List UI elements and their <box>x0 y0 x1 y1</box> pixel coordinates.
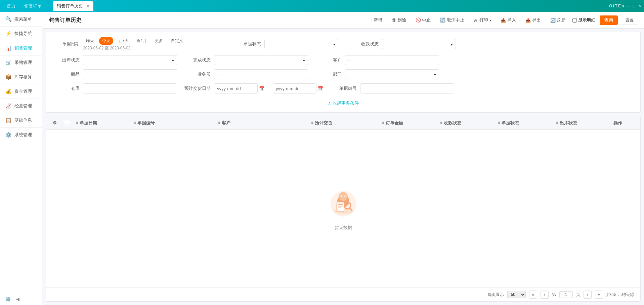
sidebar-item-inventory[interactable]: 📦 库存核算 <box>0 70 42 84</box>
date-btn-custom[interactable]: 自定义 <box>168 37 186 45</box>
date-btn-1month[interactable]: 近1月 <box>134 37 150 45</box>
base-info-icon: 📋 <box>5 117 12 123</box>
calendar-icon-start[interactable]: 📅 <box>259 86 264 91</box>
sidebar-item-operations-label: 经营管理 <box>14 103 32 109</box>
svg-point-7 <box>345 196 345 196</box>
th-checkbox[interactable] <box>61 121 73 125</box>
query-button[interactable]: 查询 <box>600 15 618 25</box>
collection-status-chevron <box>450 42 453 47</box>
sort-date-icon[interactable]: ⇅ <box>76 121 78 125</box>
delivery-date-end[interactable] <box>273 83 316 93</box>
toolbar-print-btn[interactable]: 🖨 打印 ▾ <box>471 16 494 25</box>
goods-select[interactable]: ··· <box>83 69 177 79</box>
th-settings[interactable]: ⚙ <box>49 120 61 125</box>
department-select[interactable] <box>345 69 439 79</box>
sidebar-collapse-icon[interactable]: ◀ <box>16 297 19 302</box>
sort-amount-icon[interactable]: ⇅ <box>382 121 384 125</box>
page-title: 销售订单历史 <box>49 17 367 24</box>
tab-home[interactable]: 首页 <box>3 1 19 11</box>
window-close[interactable]: ✕ <box>638 4 641 8</box>
toolbar-stop-btn[interactable]: 🚫 中止 <box>413 16 434 25</box>
sidebar-item-quick-nav[interactable]: ⚡ 快捷导航 <box>0 27 42 41</box>
sort-order-status-icon[interactable]: ⇅ <box>498 121 500 125</box>
tab-sales-order-close[interactable]: ✕ <box>45 4 48 8</box>
collapse-bar[interactable]: ∧ 收起更多条件 <box>53 98 634 108</box>
display-detail-label: 显示明细 <box>578 17 596 23</box>
out-status-select[interactable] <box>83 55 177 65</box>
display-detail-toggle[interactable]: 显示明细 <box>572 17 596 23</box>
sort-out-status-icon[interactable]: ⇅ <box>556 121 558 125</box>
delivery-date-start[interactable] <box>214 83 258 93</box>
sidebar-bottom: ⚙️ ◀ <box>0 293 42 305</box>
first-page-btn[interactable]: « <box>529 291 537 299</box>
toolbar-cancel-stop-btn[interactable]: 🔄 取消中止 <box>437 16 467 25</box>
sidebar: 🔍 搜索菜单 ⚡ 快捷导航 📊 销售管理 🛒 采购管理 📦 库存核算 💰 资金管… <box>0 12 42 305</box>
tab-sales-order-history[interactable]: 销售订单历史 ✕ <box>53 1 93 11</box>
sidebar-item-system-label: 系统管理 <box>14 132 32 138</box>
last-page-btn[interactable]: » <box>595 291 603 299</box>
tab-sales-order-history-close[interactable]: ✕ <box>86 4 89 8</box>
date-btn-more[interactable]: 更多 <box>152 37 166 45</box>
purchase-icon: 🛒 <box>5 60 12 66</box>
order-no-input[interactable] <box>360 83 454 93</box>
toolbar-refresh-btn[interactable]: 🔄 刷新 <box>548 16 568 25</box>
toolbar-import-btn[interactable]: 📥 导入 <box>498 16 519 25</box>
settings-button[interactable]: 设置 <box>622 16 637 25</box>
sidebar-item-search[interactable]: 🔍 搜索菜单 <box>0 12 42 27</box>
sort-order-icon[interactable]: ⇅ <box>133 121 136 125</box>
customer-select[interactable]: ··· <box>345 55 439 65</box>
date-btn-7days[interactable]: 近7天 <box>115 37 132 45</box>
toolbar-import-label: 导入 <box>507 17 516 23</box>
date-btn-yesterday[interactable]: 昨天 <box>83 37 97 45</box>
date-btn-today[interactable]: 今天 <box>99 37 113 45</box>
svg-point-3 <box>339 192 348 201</box>
prev-page-btn[interactable]: ‹ <box>541 291 549 299</box>
sidebar-item-sales[interactable]: 📊 销售管理 <box>0 41 42 55</box>
sidebar-item-purchase[interactable]: 🛒 采购管理 <box>0 55 42 70</box>
sidebar-item-finance[interactable]: 💰 资金管理 <box>0 84 42 99</box>
sidebar-item-system[interactable]: ⚙️ 系统管理 <box>0 128 42 142</box>
sidebar-item-operations[interactable]: 📈 经营管理 <box>0 99 42 113</box>
empty-state: 暂无数据 <box>313 174 374 244</box>
sort-customer-icon[interactable]: ⇅ <box>218 121 220 125</box>
per-page-select[interactable]: 50 10 20 100 <box>507 291 526 298</box>
complete-status-select[interactable] <box>214 55 308 65</box>
sidebar-item-inventory-label: 库存核算 <box>14 74 32 80</box>
print-chevron: ▾ <box>489 18 491 22</box>
toolbar-print-label: 打印 <box>479 17 488 23</box>
sidebar-item-quick-nav-label: 快捷导航 <box>14 31 32 37</box>
select-all-checkbox[interactable] <box>65 121 69 125</box>
collection-status-select[interactable] <box>382 39 456 49</box>
filter-row-3: 商品 ··· 业务员 ··· 部门 <box>53 69 634 79</box>
th-delivery: ⇅ 预计交货... <box>308 120 379 126</box>
order-status-select[interactable] <box>264 39 338 49</box>
operations-icon: 📈 <box>5 103 12 109</box>
sort-pay-status-icon[interactable]: ⇅ <box>440 121 442 125</box>
next-page-btn[interactable]: › <box>584 291 592 299</box>
window-maximize[interactable]: □ <box>633 4 635 8</box>
toolbar-export-btn[interactable]: 📤 导出 <box>523 16 544 25</box>
toolbar-delete-btn[interactable]: 🗑 删除 <box>389 16 409 25</box>
search-icon: 🔍 <box>5 16 12 22</box>
calendar-icon-end[interactable]: 📅 <box>318 86 323 91</box>
toolbar-export-label: 导出 <box>532 17 541 23</box>
collapse-icon: ∧ <box>328 101 331 106</box>
window-minimize[interactable]: ─ <box>627 4 630 8</box>
date-range-display: 2023-06-02 至 2023-06-02 <box>83 45 224 51</box>
display-detail-checkbox[interactable] <box>572 18 577 23</box>
date-filter-group: 昨天 今天 近7天 近1月 更多 自定义 2023-06-02 至 2023-0… <box>83 37 224 51</box>
sort-delivery-icon[interactable]: ⇅ <box>311 121 313 125</box>
warehouse-select[interactable]: ··· <box>83 83 177 93</box>
total-info: 共0页，0条记录 <box>606 292 635 298</box>
tab-sales-order[interactable]: 销售订单 ✕ <box>20 1 52 11</box>
salesman-select[interactable]: ··· <box>214 69 308 79</box>
table-area: ⚙ ⇅ 单据日期 ⇅ 单据编号 ⇅ 客户 ⇅ <box>46 116 641 302</box>
th-order: ⇅ 单据编号 <box>131 120 215 126</box>
toolbar-cancel-stop-label: 🔄 取消中止 <box>440 17 464 23</box>
sidebar-item-base-info[interactable]: 📋 基础信息 <box>0 113 42 128</box>
out-status-label: 出库状态 <box>53 57 83 63</box>
toolbar-new-btn[interactable]: + 新增 <box>367 16 385 25</box>
sidebar-settings-icon[interactable]: ⚙️ <box>5 297 11 302</box>
warehouse-label: 仓库 <box>53 85 83 91</box>
page-number-input[interactable] <box>559 291 573 298</box>
